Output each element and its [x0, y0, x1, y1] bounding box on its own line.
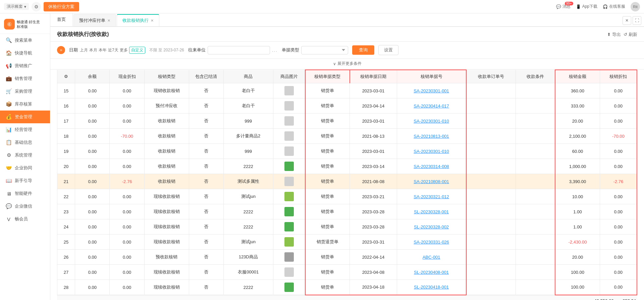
- td-bill-no[interactable]: SA-20230331-026: [397, 234, 466, 250]
- tab-writeoff-close[interactable]: ✕: [151, 14, 154, 27]
- sidebar-item-system[interactable]: ⚙ 系统管理: [0, 149, 50, 162]
- td-writeoff-type: 收款核销: [144, 129, 189, 144]
- td-goods-image: [273, 189, 305, 204]
- tab-bar: 首页 预付冲应付单 ✕ 收款核销执行 ✕ ✕ ⛶: [50, 13, 644, 27]
- td-bill-type: 销货单: [305, 114, 350, 129]
- industry-solution-button[interactable]: 休验行业方案: [44, 2, 79, 11]
- page-content: 收款核销执行(按收款) ⬆ 导出 ↺ 刷新 »: [50, 27, 644, 300]
- td-amount: 360.00: [555, 83, 600, 98]
- message-icon: 💬: [556, 4, 561, 9]
- expand-filter-button[interactable]: »: [57, 46, 65, 54]
- td-goods-image: [273, 83, 305, 98]
- date-custom-button[interactable]: 自定义: [129, 47, 145, 54]
- settings-button[interactable]: ⚙: [32, 2, 41, 11]
- tab-writeoff[interactable]: 收款核销执行 ✕: [117, 14, 159, 26]
- td-writeoff-discount: -2.76: [600, 174, 637, 189]
- footer-writeoff-total: 952.24: [623, 298, 636, 300]
- sidebar-item-member[interactable]: V 畅会员: [0, 213, 50, 225]
- fullscreen-button[interactable]: ⛶: [633, 16, 641, 25]
- sidebar-item-purchase[interactable]: 🛒 采购管理: [0, 85, 50, 98]
- system-icon: ⚙: [5, 152, 12, 158]
- td-balance: 0.00: [75, 234, 110, 250]
- td-cash-discount: 0.00: [110, 219, 144, 234]
- tab-home[interactable]: 首页: [50, 13, 73, 26]
- date-option-last-month[interactable]: 上月: [80, 47, 88, 53]
- online-service-area[interactable]: 🎧 在线客服: [603, 4, 625, 9]
- expand-more-button[interactable]: ∨ 展开更多条件: [333, 61, 362, 67]
- td-writeoff-discount: 0.00: [600, 98, 637, 114]
- date-option-7days[interactable]: 近7天: [108, 47, 118, 53]
- bill-type-select[interactable]: [301, 46, 348, 54]
- tab-prepay-close[interactable]: ✕: [107, 14, 110, 27]
- td-order-no: [466, 189, 516, 204]
- td-cash-discount: 0.00: [110, 144, 144, 159]
- sidebar-item-finance[interactable]: 💰 资金管理: [0, 111, 50, 123]
- sidebar-label-guide: 新手引导: [15, 178, 32, 184]
- close-window-button[interactable]: ✕: [623, 16, 631, 25]
- td-cash-discount: 0.00: [110, 98, 144, 114]
- export-button[interactable]: ⬆ 导出: [607, 32, 621, 38]
- table-row: 23 0.00 0.00 现续收款核销 否 2222 销货单 2023-03-2…: [57, 204, 637, 219]
- td-no: 20: [57, 159, 75, 174]
- message-area[interactable]: 💬 消息 99+: [556, 4, 571, 9]
- sidebar-item-guide[interactable]: 📖 新手引导: [0, 174, 50, 187]
- company-selector[interactable]: 演示账套 ▾: [4, 3, 29, 10]
- footer-amount-total: 40,556,66...: [594, 298, 618, 300]
- sidebar-item-shortcut[interactable]: 🏠 快捷导航: [0, 47, 50, 59]
- sidebar-item-search[interactable]: 🔍 搜索菜单: [0, 34, 50, 47]
- td-goods-image: [273, 174, 305, 189]
- sidebar-item-sales[interactable]: 💼 销售管理: [0, 72, 50, 85]
- td-pay-condition: [516, 83, 555, 98]
- td-writeoff-type: 现续收款核销: [144, 234, 189, 250]
- wechat-icon: 💬: [5, 203, 12, 209]
- refresh-icon: ↺: [624, 32, 627, 37]
- sidebar-item-wechat[interactable]: 💬 企业微信: [0, 200, 50, 213]
- app-download-area[interactable]: 📱 App下载: [576, 4, 597, 9]
- sidebar-item-basic[interactable]: 📋 基础信息: [0, 136, 50, 149]
- td-balance: 0.00: [75, 98, 110, 114]
- td-included: 否: [189, 280, 223, 295]
- td-bill-date: 2023-03-01: [350, 83, 397, 98]
- td-pay-condition: [516, 144, 555, 159]
- th-goods-image: 商品图片: [273, 70, 305, 83]
- sidebar-item-operation[interactable]: 📊 经营管理: [0, 123, 50, 136]
- td-bill-no[interactable]: SA-20210808-001: [397, 174, 466, 189]
- th-settings[interactable]: ⚙: [57, 70, 75, 83]
- td-bill-no[interactable]: SA-20230314-008: [397, 159, 466, 174]
- td-bill-no[interactable]: SA-20230301-010: [397, 144, 466, 159]
- td-bill-no[interactable]: SA-20230301-010: [397, 114, 466, 129]
- td-bill-no[interactable]: SA-20230301-001: [397, 83, 466, 98]
- date-option-this-month[interactable]: 本月: [89, 47, 97, 53]
- td-included: 否: [189, 219, 223, 234]
- td-bill-no[interactable]: SL-20230328-002: [397, 219, 466, 234]
- td-bill-no[interactable]: SA-20230321-012: [397, 189, 466, 204]
- td-no: 22: [57, 189, 75, 204]
- td-bill-no[interactable]: ABC-001: [397, 250, 466, 265]
- table-row: 28 0.00 0.00 现续收款核销 否 2222 销货单 2023-04-1…: [57, 280, 637, 295]
- sidebar-item-marketing[interactable]: 📢 营销推广: [0, 59, 50, 72]
- query-button[interactable]: 查询: [352, 45, 374, 55]
- sidebar-item-inventory[interactable]: 📦 库存核算: [0, 98, 50, 111]
- sidebar-item-hardware[interactable]: 🖥 智能硬件: [0, 187, 50, 200]
- td-goods: 2222: [223, 280, 273, 295]
- hardware-icon: 🖥: [5, 191, 12, 197]
- td-bill-no[interactable]: SA-20230414-017: [397, 98, 466, 114]
- tab-prepay[interactable]: 预付冲应付单 ✕: [73, 14, 116, 26]
- sidebar-item-enterprise[interactable]: 🤝 企业协同: [0, 162, 50, 174]
- td-bill-no[interactable]: SA-20210813-001: [397, 129, 466, 144]
- date-option-this-year[interactable]: 本年: [99, 47, 107, 53]
- refresh-button[interactable]: ↺ 刷新: [624, 32, 637, 38]
- date-option-more[interactable]: 更多: [120, 47, 128, 53]
- top-bar-right: 💬 消息 99+ 📱 App下载 🎧 在线客服 Rit: [556, 2, 640, 11]
- th-writeoff-discount: 核销折扣: [600, 70, 637, 83]
- td-amount: -2,430.00: [555, 234, 600, 250]
- td-bill-no[interactable]: SL-20230408-001: [397, 265, 466, 280]
- td-bill-no[interactable]: SL-20230328-001: [397, 204, 466, 219]
- td-bill-no[interactable]: SL-20230418-001: [397, 280, 466, 295]
- td-writeoff-type: 收款核销: [144, 144, 189, 159]
- td-writeoff-type: 收款核销: [144, 174, 189, 189]
- setting-button[interactable]: 设置: [378, 45, 398, 55]
- party-filter-input[interactable]: [208, 46, 270, 54]
- td-writeoff-discount: -70.00: [600, 129, 637, 144]
- user-avatar[interactable]: Rit: [631, 2, 640, 11]
